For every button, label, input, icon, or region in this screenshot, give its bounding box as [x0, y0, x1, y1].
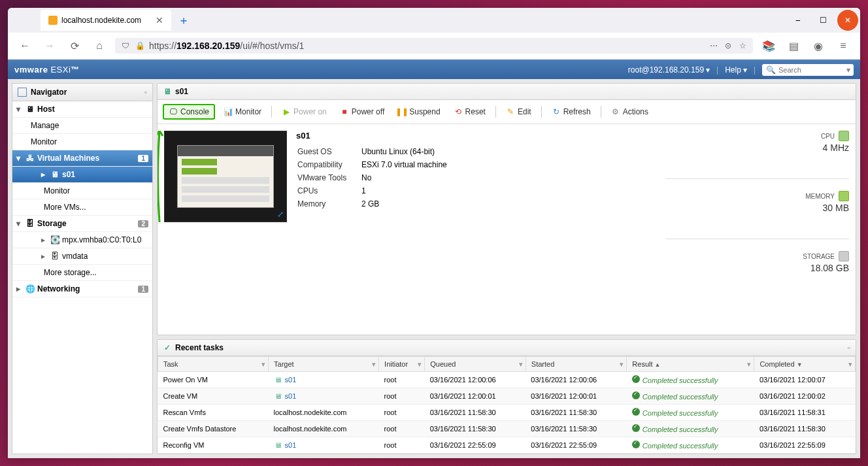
- col-task[interactable]: Task▾: [158, 357, 269, 372]
- vms-icon: 🖧: [25, 154, 35, 163]
- reload-button[interactable]: ⟳: [65, 37, 84, 55]
- console-thumbnail[interactable]: ⤢: [164, 131, 287, 222]
- console-button[interactable]: 🖵Console: [163, 104, 215, 120]
- tasks-header: ✓ Recent tasks ▫: [158, 340, 856, 356]
- col-result[interactable]: Result ▲▾: [627, 357, 754, 372]
- gear-icon: ⚙: [611, 107, 620, 116]
- vm-icon: 🖥: [274, 441, 283, 450]
- vm-card-header: 🖥 s01: [158, 84, 856, 100]
- col-started[interactable]: Started▾: [526, 357, 627, 372]
- tree-ds-mpx[interactable]: ▸💽mpx.vmhba0:C0:T0:L0: [12, 232, 152, 248]
- account-icon[interactable]: ◉: [809, 37, 827, 55]
- bookmark-icon[interactable]: ☆: [737, 41, 748, 51]
- target-link[interactable]: s01: [285, 441, 297, 449]
- table-row[interactable]: Create Vmfs Datastorelocalhost.nodekite.…: [158, 421, 856, 437]
- home-button[interactable]: ⌂: [90, 37, 108, 55]
- col-target[interactable]: Target▾: [269, 357, 379, 372]
- help-menu[interactable]: Help ▾: [725, 65, 747, 75]
- highlight-arrow: [157, 131, 164, 285]
- vmware-logo: vmwareESXi™: [14, 65, 80, 75]
- target-link[interactable]: s01: [285, 376, 297, 384]
- target-link[interactable]: s01: [285, 392, 297, 400]
- address-bar: ← → ⟳ ⌂ 🛡 🔒 https://192.168.20.159/ui/#/…: [8, 33, 860, 59]
- search-input[interactable]: [778, 66, 844, 74]
- col-completed[interactable]: Completed ▼▾: [754, 357, 856, 372]
- menu-icon[interactable]: ≡: [834, 37, 852, 55]
- table-row[interactable]: Create VM🖥 s01root03/16/2021 12:00:0103/…: [158, 388, 856, 405]
- success-icon: [632, 441, 640, 448]
- back-button[interactable]: ←: [16, 37, 34, 55]
- tree-host[interactable]: ▾🖥Host: [12, 101, 152, 118]
- sidebar-icon[interactable]: ▤: [784, 37, 803, 55]
- monitor-button[interactable]: 📊Monitor: [219, 105, 266, 118]
- tree-vms[interactable]: ▾🖧Virtual Machines1: [12, 150, 152, 167]
- tab-title: localhost.nodekite.com: [61, 16, 141, 25]
- storage-count-badge: 2: [138, 220, 148, 227]
- col-queued[interactable]: Queued▾: [425, 357, 526, 372]
- search-box[interactable]: 🔍 ▾: [762, 64, 854, 76]
- minimize-button[interactable]: ‒: [788, 10, 809, 31]
- recent-tasks-panel: ✓ Recent tasks ▫ Task▾ Target▾ Initiator…: [157, 339, 856, 454]
- user-menu[interactable]: root@192.168.20.159 ▾: [628, 65, 710, 75]
- browser-tab[interactable]: localhost.nodekite.com ✕: [41, 10, 171, 31]
- tree-vm-monitor[interactable]: Monitor: [12, 183, 152, 199]
- vm-toolbar: 🖵Console 📊Monitor ▶Power on ■Power off ❚…: [158, 100, 856, 124]
- edit-button[interactable]: ✎Edit: [501, 105, 536, 118]
- success-icon: [632, 391, 640, 399]
- console-icon: 🖵: [169, 107, 178, 116]
- refresh-icon: ↻: [552, 107, 561, 116]
- suspend-button[interactable]: ❚❚Suspend: [393, 105, 444, 118]
- tab-favicon: [48, 16, 58, 25]
- reset-button[interactable]: ⟲Reset: [449, 105, 490, 118]
- ellipsis-icon[interactable]: ⋯: [709, 41, 719, 51]
- tree-vm-s01[interactable]: ▸🖥s01: [12, 167, 152, 183]
- tree-manage[interactable]: Manage: [12, 118, 152, 134]
- window-controls: ‒ ☐ ✕: [786, 8, 860, 33]
- power-on-button[interactable]: ▶Power on: [277, 105, 331, 118]
- shield-icon: 🛡: [120, 41, 131, 51]
- vm-icon: 🖥: [274, 391, 283, 401]
- table-row[interactable]: Rescan Vmfslocalhost.nodekite.comroot03/…: [158, 405, 856, 421]
- vm-details: s01 Guest OSUbuntu Linux (64-bit) Compat…: [296, 131, 456, 285]
- window-close-button[interactable]: ✕: [837, 10, 858, 31]
- disk-icon: 💽: [50, 235, 59, 244]
- tree-more-storage[interactable]: More storage...: [12, 265, 152, 281]
- search-icon: 🔍: [766, 65, 776, 75]
- table-row[interactable]: Power On VM🖥 s01root03/16/2021 12:00:060…: [158, 372, 856, 388]
- stop-icon: ■: [340, 107, 349, 116]
- chevron-down-icon[interactable]: ▾: [846, 65, 850, 75]
- close-icon[interactable]: ✕: [156, 15, 163, 25]
- cpu-chip-icon: [839, 131, 849, 141]
- lock-warning-icon: 🔒: [135, 41, 145, 51]
- refresh-button[interactable]: ↻Refresh: [547, 105, 595, 118]
- tree-networking[interactable]: ▸🌐Networking1: [12, 281, 152, 297]
- tree-monitor[interactable]: Monitor: [12, 134, 152, 150]
- success-icon: [632, 408, 640, 416]
- actions-button[interactable]: ⚙Actions: [607, 105, 653, 118]
- reset-icon: ⟲: [454, 107, 463, 116]
- tree-ds-vmdata[interactable]: ▸🗄vmdata: [12, 248, 152, 265]
- power-off-button[interactable]: ■Power off: [335, 105, 389, 118]
- networking-count-badge: 1: [138, 286, 148, 293]
- host-icon: 🖥: [25, 105, 35, 114]
- tasks-collapse-icon[interactable]: ▫: [848, 343, 850, 352]
- tree-storage[interactable]: ▾🗄Storage2: [12, 216, 152, 232]
- maximize-button[interactable]: ☐: [812, 10, 833, 31]
- vm-icon: 🖥: [274, 375, 283, 384]
- network-icon: 🌐: [25, 284, 35, 293]
- url-bar[interactable]: 🛡 🔒 https://192.168.20.159/ui/#/host/vms…: [115, 38, 753, 54]
- vm-stats: CPU 4 MHz MEMORY 30 MB STORAGE: [666, 131, 849, 285]
- forward-button[interactable]: →: [41, 37, 59, 55]
- table-row[interactable]: Reconfig VM🖥 s01root03/16/2021 22:55:090…: [158, 437, 856, 454]
- collapse-icon[interactable]: ▫: [144, 88, 147, 97]
- navigator-icon: [18, 88, 27, 97]
- cpu-chart: [666, 153, 849, 179]
- new-tab-button[interactable]: ＋: [178, 12, 190, 28]
- pause-icon: ❚❚: [397, 107, 407, 116]
- reader-icon[interactable]: ⊝: [723, 41, 733, 51]
- esxi-header: vmwareESXi™ root@192.168.20.159 ▾ | Help…: [8, 59, 860, 79]
- pencil-icon: ✎: [506, 107, 515, 116]
- library-icon[interactable]: 📚: [760, 37, 778, 55]
- tree-more-vms[interactable]: More VMs...: [12, 199, 152, 216]
- col-initiator[interactable]: Initiator▾: [379, 357, 425, 372]
